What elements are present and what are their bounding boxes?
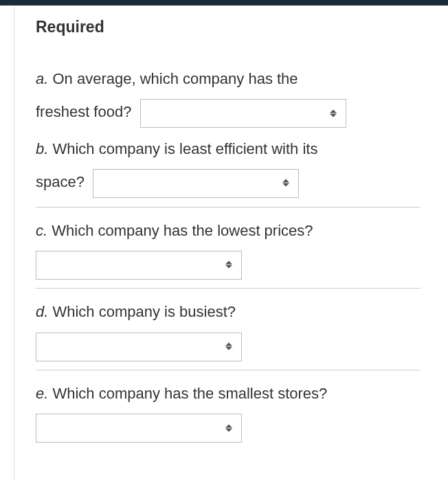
select-wrap-d <box>36 330 242 363</box>
question-letter-b: b. <box>36 140 48 157</box>
content-area: Required a. On average, which company ha… <box>0 5 448 475</box>
select-d[interactable] <box>36 333 242 361</box>
question-letter-a: a. <box>36 70 48 87</box>
left-border <box>14 5 14 481</box>
question-text-e: Which company has the smallest stores? <box>52 385 327 402</box>
question-c: c. Which company has the lowest prices? <box>36 214 421 289</box>
question-letter-e: e. <box>36 385 48 402</box>
question-letter-d: d. <box>36 303 48 320</box>
question-a: a. On average, which company has the fre… <box>36 63 421 130</box>
select-wrap-e <box>36 411 242 444</box>
select-wrap-c <box>36 248 242 281</box>
question-text-d: Which company is busiest? <box>52 303 236 320</box>
question-text-a-line2: freshest food? <box>36 103 131 120</box>
select-a[interactable] <box>140 99 346 128</box>
question-text-c: Which company has the lowest prices? <box>52 222 313 239</box>
select-wrap-a <box>140 96 346 129</box>
select-c[interactable] <box>36 251 242 280</box>
top-bar <box>0 0 448 5</box>
select-wrap-b <box>93 166 299 199</box>
question-letter-c: c. <box>36 222 47 239</box>
question-d: d. Which company is busiest? <box>36 295 421 370</box>
question-text-b-line1: Which company is least efficient with it… <box>52 140 317 157</box>
question-text-b-line2: space? <box>36 173 85 190</box>
select-e[interactable] <box>36 414 242 443</box>
question-b: b. Which company is least efficient with… <box>36 133 421 208</box>
question-e: e. Which company has the smallest stores… <box>36 377 421 445</box>
question-text-a-line1: On average, which company has the <box>52 70 298 87</box>
required-heading: Required <box>36 18 421 36</box>
select-b[interactable] <box>93 169 299 198</box>
